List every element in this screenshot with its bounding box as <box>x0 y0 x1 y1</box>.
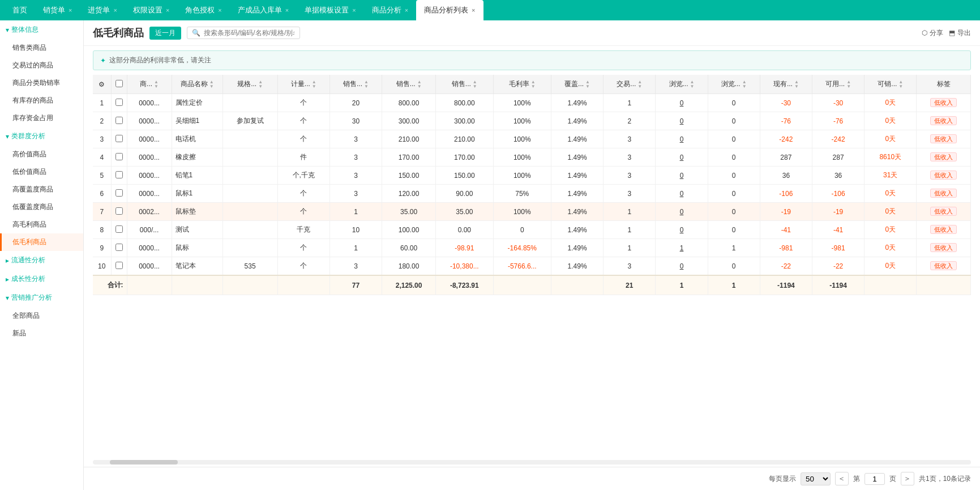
col-browse2-header[interactable]: 浏览...▲▼ <box>708 75 760 94</box>
search-input[interactable] <box>204 29 294 37</box>
total-browse2: 1 <box>708 275 760 295</box>
nav-home[interactable]: 首页 <box>5 0 35 20</box>
row-select-checkbox[interactable] <box>115 99 123 106</box>
sidebar-item-traded-goods[interactable]: 交易过的商品 <box>0 57 83 74</box>
row-checkbox[interactable] <box>111 148 127 167</box>
row-select-checkbox[interactable] <box>115 262 123 269</box>
row-current-stock: 287 <box>760 148 812 167</box>
next-page-button[interactable]: ＞ <box>901 472 914 485</box>
row-checkbox[interactable] <box>111 239 127 257</box>
row-available: -19 <box>812 203 864 221</box>
sidebar-item-stocked-goods[interactable]: 有库存的商品 <box>0 92 83 109</box>
row-select-checkbox[interactable] <box>115 171 123 178</box>
page-size-select[interactable]: 50 100 200 <box>801 472 831 485</box>
col-sales-price-header[interactable]: 销售...▲▼ <box>382 75 436 94</box>
nav-sales-close[interactable]: × <box>69 7 72 14</box>
row-select-checkbox[interactable] <box>115 153 123 160</box>
col-tag-header: 标签 <box>917 75 971 94</box>
row-spec <box>222 167 277 185</box>
col-settings-header[interactable]: ⚙ <box>93 75 111 94</box>
row-current-stock: -242 <box>760 130 812 148</box>
nav-permission[interactable]: 权限设置 × <box>125 0 177 20</box>
nav-role[interactable]: 角色授权 × <box>177 0 229 20</box>
horizontal-scrollbar[interactable] <box>93 460 971 465</box>
col-current-stock-header[interactable]: 现有...▲▼ <box>760 75 812 94</box>
nav-template[interactable]: 单据模板设置 × <box>297 0 363 20</box>
sidebar-group-overview[interactable]: ▾ 整体信息 <box>0 20 83 39</box>
sidebar-item-inventory-capital[interactable]: 库存资金占用 <box>0 109 83 127</box>
col-available-header[interactable]: 可用...▲▼ <box>812 75 864 94</box>
row-available: -22 <box>812 257 864 276</box>
col-cover-rate-header[interactable]: 覆盖...▲▼ <box>551 75 603 94</box>
nav-purchase-close[interactable]: × <box>113 7 117 14</box>
nav-sales[interactable]: 销货单 × <box>35 0 80 20</box>
scrollbar-thumb[interactable] <box>110 460 178 465</box>
sidebar-item-high-margin[interactable]: 高毛利商品 <box>0 216 83 233</box>
sidebar-item-new-goods[interactable]: 新品 <box>0 325 83 342</box>
sidebar-item-low-margin[interactable]: 低毛利商品 <box>0 233 83 251</box>
time-filter-button[interactable]: 近一月 <box>149 27 181 40</box>
row-select-checkbox[interactable] <box>115 135 123 142</box>
row-checkbox[interactable] <box>111 167 127 185</box>
col-browse1-header[interactable]: 浏览...▲▼ <box>656 75 708 94</box>
col-unit-header[interactable]: 计量...▲▼ <box>277 75 329 94</box>
row-checkbox[interactable] <box>111 221 127 239</box>
row-checkbox[interactable] <box>111 203 127 221</box>
row-no: 6 <box>93 185 111 203</box>
nav-template-close[interactable]: × <box>352 7 356 14</box>
export-button[interactable]: ⬒ 导出 <box>949 28 971 38</box>
share-button[interactable]: ⬡ 分享 <box>922 28 943 38</box>
col-spec-header[interactable]: 规格...▲▼ <box>222 75 277 94</box>
col-code-header[interactable]: 商...▲▼ <box>127 75 172 94</box>
sidebar-group-cluster[interactable]: ▾ 类群度分析 <box>0 127 83 146</box>
nav-product-analysis-list[interactable]: 商品分析列表 × <box>416 0 483 20</box>
row-tag: 低收入 <box>917 203 971 221</box>
sidebar-item-low-value[interactable]: 低价值商品 <box>0 163 83 181</box>
total-sales-price: 2,125.00 <box>382 275 436 295</box>
col-trade-count-header[interactable]: 交易...▲▼ <box>604 75 656 94</box>
row-checkbox[interactable] <box>111 94 127 112</box>
row-select-checkbox[interactable] <box>115 189 123 197</box>
sidebar-item-low-coverage[interactable]: 低覆盖度商品 <box>0 198 83 216</box>
col-sales-amount-header[interactable]: 销售...▲▼ <box>436 75 493 94</box>
nav-purchase[interactable]: 进货单 × <box>80 0 125 20</box>
select-all-checkbox[interactable] <box>115 80 123 87</box>
row-available: -981 <box>812 239 864 257</box>
row-trade-count: 2 <box>604 112 656 130</box>
sidebar-group-flow[interactable]: ▸ 流通性分析 <box>0 251 83 270</box>
col-sales-qty-header[interactable]: 销售...▲▼ <box>329 75 382 94</box>
page-number-input[interactable] <box>865 473 885 485</box>
nav-product-analysis[interactable]: 商品分析 × <box>364 0 416 20</box>
col-saleable-header[interactable]: 可销...▲▼ <box>865 75 917 94</box>
sidebar-item-category-rate[interactable]: 商品分类助销率 <box>0 74 83 92</box>
sidebar-group-marketing[interactable]: ▾ 营销推广分析 <box>0 288 83 307</box>
nav-role-close[interactable]: × <box>218 7 221 14</box>
row-sales-price: 150.00 <box>382 167 436 185</box>
row-select-checkbox[interactable] <box>115 117 123 124</box>
row-spec <box>222 239 277 257</box>
prev-page-button[interactable]: ＜ <box>835 472 849 485</box>
sidebar-group-growth[interactable]: ▸ 成长性分析 <box>0 270 83 288</box>
sidebar-item-all-goods[interactable]: 全部商品 <box>0 307 83 325</box>
row-unit: 个 <box>277 239 329 257</box>
row-select-checkbox[interactable] <box>115 225 123 233</box>
col-name-header[interactable]: 商品名称▲▼ <box>172 75 222 94</box>
sidebar-item-sales-goods[interactable]: 销售类商品 <box>0 39 83 57</box>
row-checkbox[interactable] <box>111 130 127 148</box>
nav-product-entry[interactable]: 产成品入库单 × <box>230 0 297 20</box>
row-checkbox[interactable] <box>111 185 127 203</box>
col-gross-rate-header[interactable]: 毛利率▲▼ <box>493 75 551 94</box>
nav-product-analysis-list-close[interactable]: × <box>472 7 475 14</box>
nav-permission-close[interactable]: × <box>166 7 169 14</box>
col-checkbox-header[interactable] <box>111 75 127 94</box>
nav-product-entry-close[interactable]: × <box>285 7 289 14</box>
row-select-checkbox[interactable] <box>115 207 123 215</box>
row-checkbox[interactable] <box>111 112 127 130</box>
sidebar-item-high-value[interactable]: 高价值商品 <box>0 146 83 163</box>
sidebar-item-high-coverage[interactable]: 高覆盖度商品 <box>0 181 83 198</box>
nav-product-analysis-close[interactable]: × <box>405 7 408 14</box>
row-no: 4 <box>93 148 111 167</box>
search-box[interactable]: 🔍 <box>187 27 300 39</box>
row-select-checkbox[interactable] <box>115 244 123 251</box>
row-checkbox[interactable] <box>111 257 127 276</box>
